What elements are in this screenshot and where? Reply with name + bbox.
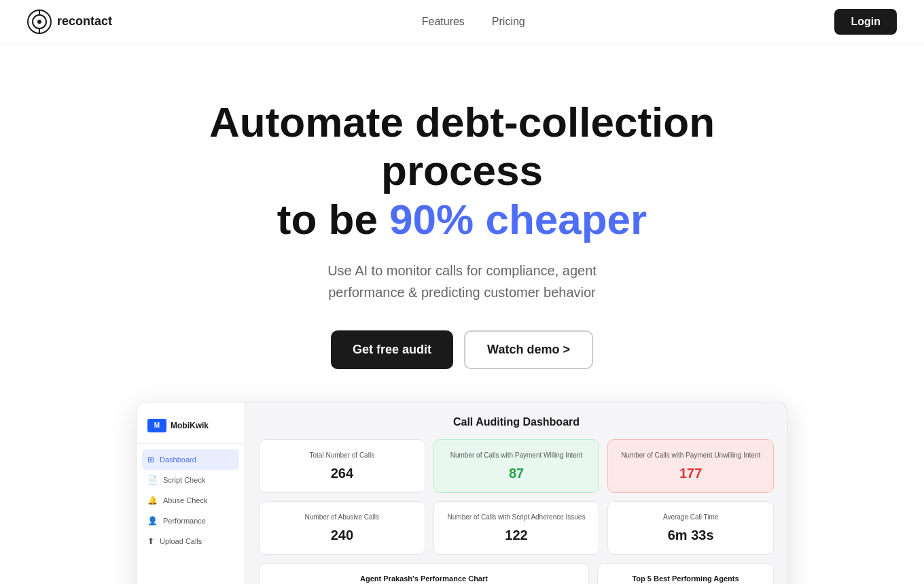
card-total-label: Total Number of Calls [270,451,414,460]
sidebar-item-upload[interactable]: ⬆ Upload Calls [137,531,245,551]
cards-row-2: Number of Abusive Calls 240 Number of Ca… [259,501,774,555]
chart-title: Agent Prakash's Performance Chart [270,574,578,583]
card-calltime: Average Call Time 6m 33s [607,501,774,555]
navbar: recontact Features Pricing Login [0,0,924,44]
hero-title-accent: 90% cheaper [389,196,647,243]
dashboard-main: Call Auditing Dashboard Total Number of … [245,402,787,584]
sidebar-label-abuse: Abuse Check [163,496,207,504]
cta-secondary-button[interactable]: Watch demo > [464,330,593,369]
card-script-label: Number of Calls with Script Adherence Is… [445,513,588,522]
sidebar-logo: M MobiKwik [137,413,245,444]
hero-section: Automate debt-collection process to be 9… [0,44,924,584]
card-calltime-label: Average Call Time [619,513,762,522]
sidebar-brand: MobiKwik [171,421,209,430]
card-total-value: 264 [270,466,414,481]
hero-buttons: Get free audit Watch demo > [27,330,897,369]
card-willing-label: Number of Calls with Payment Willing Int… [445,451,588,460]
nav-features[interactable]: Features [422,16,465,28]
sidebar-item-performance[interactable]: 👤 Performance [137,511,245,531]
agents-card: Top 5 Best Performing Agents Agent Name … [597,563,774,584]
dashboard-icon: ⊞ [147,455,154,464]
dashboard-title: Call Auditing Dashboard [259,416,774,428]
hero-title-part1: Automate debt-collection process [209,99,715,194]
performance-icon: 👤 [147,516,158,526]
agents-title: Top 5 Best Performing Agents [609,574,762,583]
sidebar-label-script: Script Check [163,476,205,484]
card-total-calls: Total Number of Calls 264 [259,439,425,493]
sidebar-item-script[interactable]: 📄 Script Check [137,470,245,490]
card-script-value: 122 [445,528,588,543]
logo-icon [27,10,52,34]
hero-subtitle: Use AI to monitor calls for compliance, … [245,260,679,303]
upload-icon: ⬆ [147,536,154,546]
dashboard-preview: M MobiKwik ⊞ Dashboard 📄 Script Check 🔔 … [136,402,788,584]
card-abusive-label: Number of Abusive Calls [270,513,414,522]
card-unwilling-value: 177 [619,466,762,481]
card-abusive: Number of Abusive Calls 240 [259,501,425,555]
card-willing-value: 87 [445,466,588,481]
svg-point-2 [37,20,41,24]
login-button[interactable]: Login [834,9,897,35]
sidebar: M MobiKwik ⊞ Dashboard 📄 Script Check 🔔 … [137,402,245,584]
hero-title-part2: to be [277,196,389,243]
hero-title: Automate debt-collection process to be 9… [156,98,768,243]
script-icon: 📄 [147,475,158,485]
card-calltime-value: 6m 33s [619,528,762,543]
logo-text: recontact [57,14,112,29]
sidebar-label-upload: Upload Calls [160,537,202,545]
sidebar-item-dashboard[interactable]: ⊞ Dashboard [142,449,239,470]
hero-subtitle-line2: performance & predicting customer behavi… [328,285,596,300]
bottom-row: Agent Prakash's Performance Chart 10 5 0… [259,563,774,584]
card-unwilling-label: Number of Calls with Payment Unwilling I… [619,451,762,460]
cta-primary-button[interactable]: Get free audit [331,330,453,369]
logo-link[interactable]: recontact [27,10,112,34]
hero-subtitle-line1: Use AI to monitor calls for compliance, … [327,263,597,278]
nav-links: Features Pricing [422,16,525,28]
sidebar-item-abuse[interactable]: 🔔 Abuse Check [137,490,245,511]
card-script: Number of Calls with Script Adherence Is… [433,501,600,555]
cards-row-1: Total Number of Calls 264 Number of Call… [259,439,774,493]
sidebar-logo-icon: M [147,419,166,432]
sidebar-label-performance: Performance [163,517,206,525]
card-willing: Number of Calls with Payment Willing Int… [433,439,600,493]
card-abusive-value: 240 [270,528,414,543]
card-unwilling: Number of Calls with Payment Unwilling I… [607,439,774,493]
performance-chart-card: Agent Prakash's Performance Chart 10 5 0 [259,563,589,584]
sidebar-label-dashboard: Dashboard [160,456,196,464]
nav-pricing[interactable]: Pricing [492,16,525,28]
abuse-icon: 🔔 [147,496,158,505]
